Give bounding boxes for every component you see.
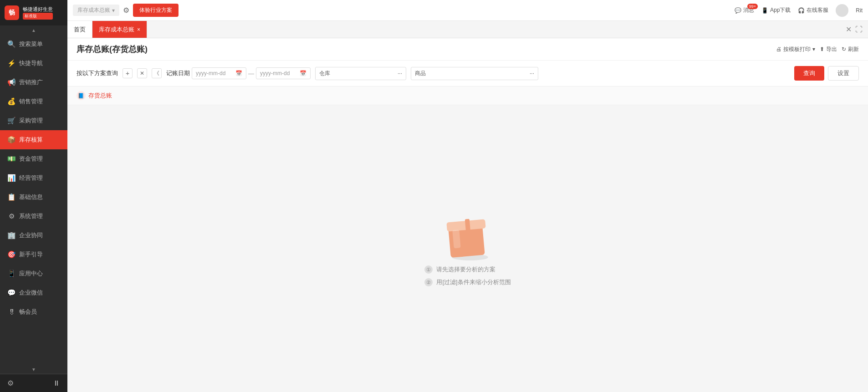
sidebar-item-enterprise[interactable]: 🏢 企业协同 xyxy=(0,226,67,245)
chart-icon: 📊 xyxy=(7,174,15,182)
page-title: 库存总账(存货总账) xyxy=(77,44,148,55)
tabbar: 首页 库存成本总账 × ✕ ⛶ xyxy=(67,21,868,38)
sub-filter-item-inventory[interactable]: 📘 存货总账 xyxy=(77,91,112,100)
sidebar-item-system-label: 系统管理 xyxy=(19,212,43,220)
sidebar-item-inventory[interactable]: 📦 库存核算 xyxy=(0,130,67,149)
date-start-placeholder: yyyy-mm-dd xyxy=(196,70,225,76)
close-panel-icon[interactable]: ✕ xyxy=(846,25,852,34)
scroll-down-arrow[interactable]: ▼ xyxy=(0,365,67,374)
warehouse-select[interactable]: 仓库 ··· xyxy=(315,67,406,80)
filter-label: 按以下方案查询 xyxy=(77,69,118,77)
sidebar-item-wechat[interactable]: 💬 企业微信 xyxy=(0,283,67,302)
print-btn[interactable]: 🖨 按模板打印 ▾ xyxy=(776,46,815,53)
app-download-btn[interactable]: 📱 App下载 xyxy=(761,6,791,14)
user-avatar[interactable] xyxy=(836,4,848,17)
megaphone-icon: 📢 xyxy=(7,78,15,87)
logo-text: 畅捷通好生意 标准版 xyxy=(23,6,53,20)
sidebar-item-enterprise-label: 企业协同 xyxy=(19,231,43,239)
export-label: 导出 xyxy=(826,46,837,53)
tab-inventory-ledger[interactable]: 库存成本总账 × xyxy=(92,21,147,38)
sidebar-item-wechat-label: 企业微信 xyxy=(19,289,43,297)
sidebar-nav: 🔍 搜索菜单 ⚡ 快捷导航 📢 营销推广 💰 销售管理 🛒 采购管理 📦 库存核… xyxy=(0,35,67,365)
breadcrumb[interactable]: 库存成本总账 ▾ xyxy=(73,5,119,16)
warehouse-label: 仓库 xyxy=(319,70,330,77)
cart-icon: 🛒 xyxy=(7,117,15,125)
lightning-icon: ⚡ xyxy=(7,59,15,67)
funds-icon: 💵 xyxy=(7,155,15,163)
date-range: 记账日期 yyyy-mm-dd 📅 — yyyy-mm-dd 📅 xyxy=(166,67,311,79)
print-icon: 🖨 xyxy=(776,46,781,52)
sidebar-item-inventory-label: 库存核算 xyxy=(19,136,43,144)
tab-close-icon[interactable]: × xyxy=(137,26,140,33)
breadcrumb-text: 库存成本总账 xyxy=(77,6,110,14)
settings-icon[interactable]: ⚙ xyxy=(7,379,14,387)
sidebar-item-guide-label: 新手引导 xyxy=(19,250,43,259)
box-icon: 📦 xyxy=(7,136,15,144)
tip-number-2: ② xyxy=(424,278,433,286)
filter-add-button[interactable]: + xyxy=(123,68,133,78)
topbar-right: 💬 消息 99+ 📱 App下载 🎧 在线客服 Rit xyxy=(735,4,863,17)
app-download-label: App下载 xyxy=(770,6,791,14)
sidebar-item-quick-nav-label: 快捷导航 xyxy=(19,59,43,67)
tip-number-1: ① xyxy=(424,265,433,274)
export-icon: ⬆ xyxy=(820,46,824,52)
sidebar-item-funds[interactable]: 💵 资金管理 xyxy=(0,149,67,168)
refresh-label: 刷新 xyxy=(848,46,859,53)
content-area: 库存总账(存货总账) 🖨 按模板打印 ▾ ⬆ 导出 ↻ 刷新 按以下方案查询 xyxy=(67,38,868,392)
sidebar-item-apps[interactable]: 📱 应用中心 xyxy=(0,264,67,283)
product-label: 商品 xyxy=(415,70,426,77)
page-actions: 🖨 按模板打印 ▾ ⬆ 导出 ↻ 刷新 xyxy=(776,46,859,53)
filter-close-button[interactable]: ✕ xyxy=(137,68,147,78)
sidebar-item-business[interactable]: 📊 经营管理 xyxy=(0,168,67,188)
sidebar-item-search-label: 搜索菜单 xyxy=(19,40,43,48)
sidebar-item-business-label: 经营管理 xyxy=(19,174,43,182)
message-icon: 💬 xyxy=(735,7,741,14)
sidebar-item-member[interactable]: 🎖 畅会员 xyxy=(0,302,67,321)
message-btn[interactable]: 💬 消息 99+ xyxy=(735,6,754,14)
export-btn[interactable]: ⬆ 导出 xyxy=(820,46,837,53)
warehouse-more-icon: ··· xyxy=(398,70,402,76)
online-support-btn[interactable]: 🎧 在线客服 xyxy=(798,6,828,14)
sidebar-item-system[interactable]: ⚙ 系统管理 xyxy=(0,207,67,226)
target-icon: 🎯 xyxy=(7,250,15,259)
date-end-input[interactable]: yyyy-mm-dd 📅 xyxy=(256,67,311,79)
sidebar-item-sales[interactable]: 💰 销售管理 xyxy=(0,92,67,111)
print-chevron-icon: ▾ xyxy=(812,46,815,52)
tip-text-2: 用[过滤]条件来缩小分析范围 xyxy=(436,278,511,286)
collapse-icon[interactable]: ⏸ xyxy=(53,379,60,387)
sidebar-logo: 畅 畅捷通好生意 标准版 xyxy=(0,0,67,25)
breadcrumb-chevron-icon: ▾ xyxy=(112,7,115,14)
sidebar-item-apps-label: 应用中心 xyxy=(19,270,43,278)
empty-tips: ① 请先选择要分析的方案 ② 用[过滤]条件来缩小分析范围 xyxy=(424,265,511,286)
resize-icon[interactable]: ⛶ xyxy=(855,25,863,34)
sidebar-item-search[interactable]: 🔍 搜索菜单 xyxy=(0,35,67,54)
filter-collapse-button[interactable]: 《 xyxy=(152,68,162,78)
sidebar-item-quick-nav[interactable]: ⚡ 快捷导航 xyxy=(0,54,67,73)
industry-btn[interactable]: 体验行业方案 xyxy=(133,4,179,17)
date-start-input[interactable]: yyyy-mm-dd 📅 xyxy=(192,67,246,79)
online-support-label: 在线客服 xyxy=(807,6,828,14)
topbar: 库存成本总账 ▾ ⚙ 体验行业方案 💬 消息 99+ 📱 App下载 🎧 在线客… xyxy=(67,0,868,21)
sidebar-item-member-label: 畅会员 xyxy=(19,308,37,316)
sub-filter-row: 📘 存货总账 xyxy=(67,87,868,105)
topbar-gear-icon[interactable]: ⚙ xyxy=(123,6,129,15)
empty-illustration xyxy=(440,211,495,256)
calendar-start-icon: 📅 xyxy=(235,70,242,76)
sidebar-item-purchase[interactable]: 🛒 采购管理 xyxy=(0,111,67,130)
sidebar-item-basic[interactable]: 📋 基础信息 xyxy=(0,188,67,207)
query-button[interactable]: 查询 xyxy=(794,66,824,81)
logo-icon: 畅 xyxy=(5,5,19,20)
settings-button[interactable]: 设置 xyxy=(828,66,859,81)
sidebar-item-guide[interactable]: 🎯 新手引导 xyxy=(0,245,67,264)
sidebar-item-marketing-label: 营销推广 xyxy=(19,78,43,87)
refresh-btn[interactable]: ↻ 刷新 xyxy=(842,46,859,53)
product-select[interactable]: 商品 ··· xyxy=(411,67,538,80)
sidebar-item-marketing[interactable]: 📢 营销推广 xyxy=(0,73,67,92)
tab-home-label: 首页 xyxy=(74,25,86,34)
product-more-icon: ··· xyxy=(530,70,534,76)
wechat-icon: 💬 xyxy=(7,289,15,297)
scroll-up-arrow[interactable]: ▲ xyxy=(0,25,67,35)
phone-icon: 📱 xyxy=(761,7,768,14)
tab-home[interactable]: 首页 xyxy=(67,21,92,38)
empty-tip-2: ② 用[过滤]条件来缩小分析范围 xyxy=(424,278,511,286)
